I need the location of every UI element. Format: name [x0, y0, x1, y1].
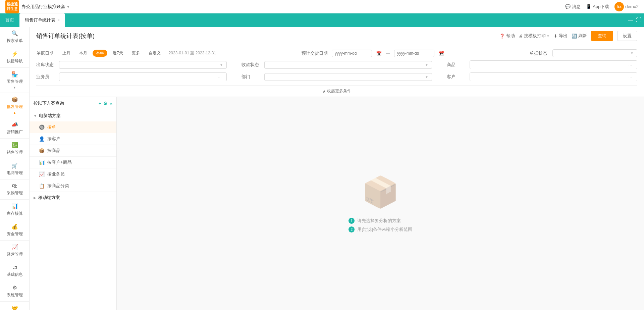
- sidebar-item-basic[interactable]: 🗂 基础信息: [0, 261, 29, 281]
- more-btn[interactable]: 更多: [128, 50, 143, 57]
- query-button[interactable]: 查询: [591, 31, 613, 41]
- app-title: 办公用品行业模拟账套: [21, 4, 65, 10]
- sales-icon: 💹: [11, 142, 18, 148]
- scheme-item-by-salesman[interactable]: 📈 按业务员: [30, 168, 116, 180]
- calendar-from-icon[interactable]: 📅: [376, 51, 382, 56]
- by-customer-icon: 👤: [39, 136, 45, 142]
- export-button[interactable]: ⬇ 导出: [554, 33, 568, 39]
- left-panel: 按以下方案查询 + ⚙ « ▼ 电脑端方案 🔘 按单: [30, 97, 117, 310]
- active-tab-label: 销售订单统计表: [25, 17, 55, 23]
- sidebar-item-ecommerce[interactable]: 🛒 电商管理: [0, 159, 29, 179]
- refresh-button[interactable]: 🔄 刷新: [572, 33, 587, 39]
- scheme-by-order-label: 按单: [47, 124, 56, 130]
- customer-label: 客户: [447, 74, 466, 80]
- scheme-item-by-customer[interactable]: 👤 按客户: [30, 133, 116, 145]
- sidebar-item-purchase[interactable]: 🛍 采购管理: [0, 179, 29, 200]
- page-header: 销售订单统计表(按单) ❓ 帮助 🖨 按模板打印 ▼ ⬇ 导出 🔄 刷新: [30, 27, 644, 45]
- sidebar-item-operations[interactable]: 📈 经营管理: [0, 241, 29, 261]
- scheme-sub-group: 👤 按客户 📦 按商品 📊 按客户+商品 📈: [30, 133, 116, 192]
- main-layout: 🔍 搜索菜单 ⚡ 快捷导航 🏪 零售管理 ▼ 📦 批发管理 ▲ 📣 营销推广 💹…: [0, 27, 644, 310]
- tab-close-icon[interactable]: ×: [57, 18, 60, 22]
- hint-text-2: 用[过滤]条件来缩小分析范围: [357, 226, 412, 232]
- user-profile[interactable]: Ea demo2: [614, 2, 639, 11]
- status-select[interactable]: ▼: [552, 49, 637, 57]
- last-month-btn[interactable]: 上月: [59, 50, 74, 57]
- content-area: 销售订单统计表(按单) ❓ 帮助 🖨 按模板打印 ▼ ⬇ 导出 🔄 刷新: [30, 27, 644, 310]
- system-icon: ⚙: [12, 285, 17, 291]
- pc-group-label: 电脑端方案: [39, 113, 61, 119]
- tab-minimize-icon[interactable]: —: [628, 17, 633, 23]
- this-year-btn[interactable]: 本年: [93, 50, 107, 57]
- tab-sales-order-stats[interactable]: 销售订单统计表 ×: [19, 13, 65, 27]
- scheme-item-by-order[interactable]: 🔘 按单: [30, 121, 116, 133]
- ecommerce-icon: 🛒: [11, 162, 18, 169]
- setting-button[interactable]: 设置: [617, 31, 637, 41]
- scheme-group-mobile-header[interactable]: ▶ 移动端方案: [30, 192, 116, 203]
- empty-state: 📦 1 请先选择要分析的方案 2 用[过滤]条件来缩小分析范围: [348, 174, 412, 232]
- scheme-item-by-goods[interactable]: 📦 按商品: [30, 145, 116, 157]
- app-download-button[interactable]: 📱 App下载: [586, 4, 609, 10]
- sidebar-item-inventory[interactable]: 📊 库存核算: [0, 200, 29, 220]
- tab-home[interactable]: 首页: [0, 13, 19, 27]
- by-salesman-icon: 📈: [39, 171, 45, 177]
- setting-scheme-button[interactable]: ⚙: [103, 101, 108, 106]
- scheme-item-by-category[interactable]: 📋 按商品分类: [30, 180, 116, 192]
- scheme-by-goods-label: 按商品: [47, 148, 60, 154]
- top-bar-right: 💬 消息 📱 App下载 Ea demo2: [565, 2, 639, 11]
- goods-select[interactable]: …: [470, 60, 637, 69]
- scheme-by-category-label: 按商品分类: [47, 183, 69, 189]
- inventory-icon: 📊: [11, 203, 18, 209]
- enterprise-icon: 🤝: [11, 305, 18, 310]
- calendar-to-icon[interactable]: 📅: [438, 51, 444, 56]
- logo: 畅捷通好生意: [5, 0, 19, 13]
- last7days-btn[interactable]: 近7天: [109, 50, 126, 57]
- salesman-select[interactable]: …: [59, 72, 227, 81]
- this-month-btn[interactable]: 本月: [76, 50, 91, 57]
- expected-date-to-input[interactable]: [394, 50, 434, 57]
- sidebar-item-enterprise[interactable]: 🤝 企业协同: [0, 302, 29, 310]
- sidebar-item-system[interactable]: ⚙ 系统管理: [0, 281, 29, 302]
- scheme-item-by-customer-goods[interactable]: 📊 按客户+商品: [30, 157, 116, 168]
- sidebar-item-finance[interactable]: 💰 资金管理: [0, 220, 29, 241]
- sidebar-item-quick-nav[interactable]: ⚡ 快捷导航: [0, 47, 29, 68]
- sidebar-inventory-label: 库存核算: [7, 211, 23, 216]
- sidebar-quicknav-label: 快捷导航: [7, 58, 23, 64]
- delivery-status-select[interactable]: ▼: [59, 61, 227, 69]
- payment-status-label: 收款状态: [241, 62, 260, 68]
- sidebar-item-sales[interactable]: 💹 销售管理: [0, 139, 29, 159]
- sidebar-retail-label: 零售管理: [7, 79, 23, 85]
- expected-date-from-input[interactable]: [332, 50, 372, 57]
- right-content: 📦 1 请先选择要分析的方案 2 用[过滤]条件来缩小分析范围: [117, 97, 644, 310]
- message-button[interactable]: 💬 消息: [565, 4, 581, 10]
- customer-select[interactable]: …: [470, 72, 637, 81]
- sidebar-item-search[interactable]: 🔍 搜索菜单: [0, 27, 29, 47]
- chevron-down-icon: ▼: [66, 5, 70, 9]
- collapse-panel-button[interactable]: «: [110, 101, 112, 106]
- empty-illustration: 📦: [362, 174, 399, 210]
- filter-row-1: 单据日期 上月 本月 本年 近7天 更多 自定义 2023-01-01 至 20…: [36, 49, 637, 57]
- help-button[interactable]: ❓ 帮助: [499, 33, 515, 39]
- sidebar-item-wholesale[interactable]: 📦 批发管理 ▲: [0, 93, 29, 118]
- scheme-group-pc-header[interactable]: ▼ 电脑端方案: [30, 110, 116, 121]
- payment-status-select[interactable]: ▼: [264, 61, 432, 69]
- goods-label: 商品: [447, 62, 466, 68]
- sidebar-item-retail[interactable]: 🏪 零售管理 ▼: [0, 68, 29, 93]
- app-title-selector[interactable]: 办公用品行业模拟账套 ▼: [21, 4, 70, 10]
- custom-btn[interactable]: 自定义: [145, 50, 164, 57]
- empty-hints: 1 请先选择要分析的方案 2 用[过滤]条件来缩小分析范围: [348, 218, 412, 232]
- salesman-more-icon[interactable]: …: [216, 74, 223, 79]
- dept-select[interactable]: ▼: [264, 73, 432, 81]
- print-arrow-icon: ▼: [546, 34, 550, 38]
- goods-more-icon[interactable]: …: [627, 62, 634, 67]
- salesman-label: 业务员: [36, 74, 55, 80]
- print-button[interactable]: 🖨 按模板打印 ▼: [519, 33, 550, 39]
- customer-more-icon[interactable]: …: [627, 74, 634, 79]
- collapse-button[interactable]: ∧ 收起更多条件: [323, 88, 351, 94]
- sidebar-item-marketing[interactable]: 📣 营销推广: [0, 118, 29, 139]
- collapse-up-icon: ∧: [323, 89, 326, 94]
- operations-icon: 📈: [11, 244, 18, 250]
- nav-icon: ⚡: [11, 51, 18, 57]
- add-scheme-button[interactable]: +: [99, 101, 101, 106]
- tab-maximize-icon[interactable]: ⛶: [636, 17, 641, 23]
- wholesale-arrow-icon: ▲: [13, 111, 16, 114]
